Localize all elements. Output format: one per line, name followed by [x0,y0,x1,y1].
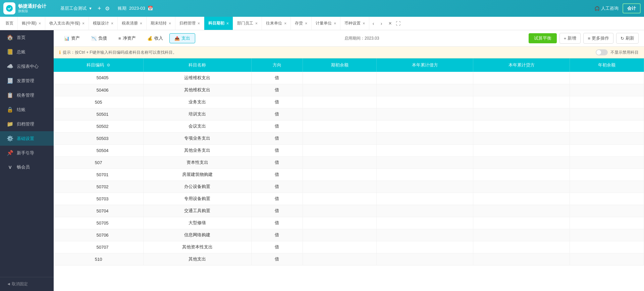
more-button[interactable]: ≡ 更多操作 [583,33,613,44]
cell-year-opening [570,84,644,96]
sidebar-item-settings[interactable]: ⚙️ 基础设置 [0,131,54,146]
tab-archive-close[interactable]: × [198,21,200,26]
tab-income-close[interactable]: × [82,21,85,26]
table-row[interactable]: 50405运维维权支出借 [54,72,644,84]
tab-subject-init-close[interactable]: × [226,21,229,26]
cell-ytd-debit [377,132,473,144]
add-button[interactable]: + 新增 [559,33,581,44]
sidebar-reports-label: 云报表中心 [17,63,39,69]
tab-contact[interactable]: 往来单位 × [262,17,291,30]
table-row[interactable]: 50502会议支出借 [54,120,644,132]
tab-income[interactable]: 收入支出表(年报) × [45,17,89,30]
tab-tax[interactable]: 税表清册 × [118,17,147,30]
table-row[interactable]: 50504其他业务支出借 [54,144,644,156]
refresh-button[interactable]: ↻ 刷新 [616,33,639,44]
sidebar-item-guide[interactable]: 📌 新手引导 [0,146,54,160]
sidebar-item-archive[interactable]: 📁 归档管理 [0,117,54,131]
sidebar-invoice-label: 发票管理 [17,78,34,84]
sidebar-item-home[interactable]: 🏠 首页 [0,30,54,45]
sidebar-item-member[interactable]: V 畅会员 [0,160,54,174]
sub-tab-liability[interactable]: 📉 负债 [86,33,112,43]
tab-period-close[interactable]: × [169,21,171,26]
sub-tab-income[interactable]: 💰 收入 [142,33,168,43]
company-selector[interactable]: 基层工会测试 ▼ [60,5,92,11]
tab-archive[interactable]: 归档管理 × [175,17,204,30]
tab-ledger-close[interactable]: × [39,21,41,26]
tab-period[interactable]: 期末结转 × [147,17,175,30]
content-area: 📊 资产 📉 负债 ≡ 净资产 💰 收入 📤 支出 启用期间：2023.03 试 [54,30,644,291]
cell-code: 50702 [54,181,144,193]
sidebar-item-close[interactable]: 🔒 结账 [0,102,54,117]
tab-inventory[interactable]: 存货 × [291,17,312,30]
sub-tab-asset[interactable]: 📊 资产 [59,33,85,43]
cell-year-opening [570,132,644,144]
sub-tab-net-asset[interactable]: ≡ 净资产 [113,33,141,43]
table-row[interactable]: 50406其他维权支出借 [54,84,644,96]
tab-unit-close[interactable]: × [334,21,336,26]
cell-ytd-debit [377,120,473,132]
sidebar-item-reports[interactable]: ☁️ 云报表中心 [0,59,54,74]
settings-icon[interactable]: ⚙ [105,5,110,12]
table-row[interactable]: 505业务支出借 [54,96,644,108]
tab-dept-close[interactable]: × [255,21,258,26]
calendar-icon[interactable]: 📅 [148,6,153,11]
cell-opening-balance [303,181,377,193]
cell-name: 其他资本性支出 [144,241,252,253]
table-row[interactable]: 50503专项业务支出借 [54,132,644,144]
tab-dept[interactable]: 部门员工 × [233,17,262,30]
cell-ytd-debit [377,144,473,156]
table-row[interactable]: 50702办公设备购置借 [54,181,644,193]
sidebar-item-ledger[interactable]: 📒 总账 [0,45,54,59]
tab-contact-close[interactable]: × [284,21,286,26]
table-row[interactable]: 50706信息网络购建借 [54,229,644,241]
tab-unit[interactable]: 计量单位 × [312,17,340,30]
sidebar: 🏠 首页 📒 总账 ☁️ 云报表中心 🧾 发票管理 📋 税务管理 🔒 结账 📁 … [0,30,54,291]
cell-opening-balance [303,168,377,181]
cell-opening-balance [303,205,377,217]
table-row[interactable]: 50701房屋建筑物购建借 [54,168,644,181]
table-row[interactable]: 50703专用设备购置借 [54,193,644,205]
cell-opening-balance [303,253,377,265]
table-row[interactable]: 50501培训支出借 [54,108,644,120]
logo-area: 畅捷通好会计 旗舰版 [3,2,57,14]
table-row[interactable]: 507资本性支出借 [54,156,644,168]
gear-icon[interactable]: ⚙ [107,63,110,67]
table-row[interactable]: 50707其他资本性支出借 [54,241,644,253]
tab-currency[interactable]: 币种设置 × [340,17,369,30]
cell-code: 50704 [54,205,144,217]
cell-name: 会议支出 [144,120,252,132]
sidebar-item-tax[interactable]: 📋 税务管理 [0,88,54,102]
tab-inventory-close[interactable]: × [305,21,307,26]
cell-opening-balance [303,193,377,205]
company-name: 基层工会测试 [60,5,87,11]
help-button[interactable]: 🎧 人工咨询 [594,5,619,11]
tab-close-all-button[interactable]: × [386,17,394,30]
balance-button[interactable]: 试算平衡 [529,33,557,43]
tab-tax-close[interactable]: × [140,21,142,26]
tab-ledger-label: 账(中期) [22,20,37,26]
account-button[interactable]: 会计 [623,3,641,13]
cell-year-opening [570,120,644,132]
tab-home[interactable]: 首页 [1,17,18,30]
subjects-table: 科目编码 ⚙ 科目名称 方向 期初余额 本年累计借方 本年累计贷方 年初余额 5… [54,58,644,265]
tab-nav-prev[interactable]: ‹ [369,17,377,30]
tab-currency-close[interactable]: × [363,21,365,26]
sub-tab-expense[interactable]: 📤 支出 [169,33,195,43]
table-row[interactable]: 50704交通工具购置借 [54,205,644,217]
tab-currency-label: 币种设置 [344,20,361,26]
tab-subject-init[interactable]: 科目期初 × [204,17,233,30]
add-company-button[interactable]: + [98,5,101,12]
tab-template[interactable]: 模版设计 × [89,17,118,30]
reports-icon: ☁️ [7,63,13,69]
sidebar-collapse-button[interactable]: ◄ 取消固定 [0,277,54,291]
sidebar-item-invoice[interactable]: 🧾 发票管理 [0,74,54,88]
cell-direction: 借 [251,108,303,120]
tab-maximize-button[interactable]: ⛶ [394,17,402,30]
tab-ledger[interactable]: 账(中期) × [18,17,45,30]
tab-period-label: 期末结转 [151,20,167,26]
tab-template-close[interactable]: × [111,21,113,26]
table-row[interactable]: 50705大型修缮借 [54,217,644,229]
table-row[interactable]: 510其他支出借 [54,253,644,265]
tab-nav-next[interactable]: › [377,17,385,30]
disable-toggle[interactable] [596,49,608,55]
